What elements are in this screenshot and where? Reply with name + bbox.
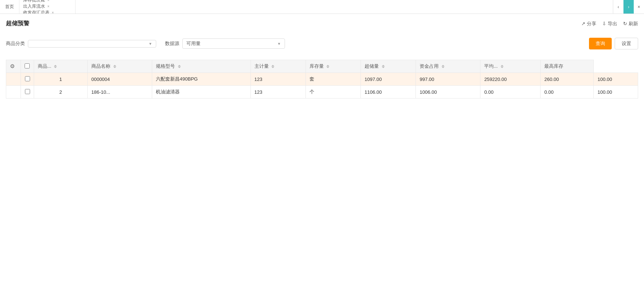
th-checkbox xyxy=(21,60,34,73)
share-icon: ↗ xyxy=(581,21,585,26)
nav-tab-t5[interactable]: 库存批次账× xyxy=(19,0,76,3)
sort-up-icon xyxy=(382,65,385,66)
row-checkbox[interactable] xyxy=(25,89,30,94)
category-select[interactable]: ▼ xyxy=(28,40,156,48)
td-num: 1 xyxy=(34,73,88,86)
th-unit: 主计量 xyxy=(250,60,305,73)
row-checkbox[interactable] xyxy=(25,76,30,81)
refresh-icon: ↻ xyxy=(623,21,627,26)
sort-up-icon xyxy=(178,65,181,66)
refresh-link[interactable]: ↻ 刷新 xyxy=(623,21,638,27)
data-table: ⚙ 商品... 商品名称 xyxy=(6,60,638,99)
td-spec: 123 xyxy=(250,73,305,86)
td-capital: 259220.00 xyxy=(480,73,541,86)
datasource-value: 可用量 xyxy=(186,40,201,47)
close-icon[interactable]: × xyxy=(52,11,54,14)
th-capital: 资金占用 xyxy=(416,60,480,73)
th-code-label: 商品... xyxy=(38,63,51,69)
th-overstock: 超储量 xyxy=(361,60,416,73)
page-actions: ↗ 分享 ⇩ 导出 ↻ 刷新 xyxy=(581,21,638,27)
nav-prev-btn[interactable]: ‹ xyxy=(613,0,623,14)
tabs-container: 拣货任务管理×拣货异常处理×现存量（库存状况表）×现存量（库存分布表）×库存批次… xyxy=(19,0,76,14)
sort-down-icon xyxy=(382,67,385,68)
page-title: 超储预警 xyxy=(6,20,29,27)
th-maxstock-label: 最高库存 xyxy=(544,63,563,69)
td-code: 186-10... xyxy=(87,86,152,99)
close-icon[interactable]: × xyxy=(47,4,50,8)
settings-button[interactable]: 设置 xyxy=(615,38,638,49)
sort-up-icon xyxy=(326,65,329,66)
th-stock-label: 库存量 xyxy=(310,63,324,69)
nav-tab-t6[interactable]: 出入库流水× xyxy=(19,3,76,10)
refresh-label: 刷新 xyxy=(629,21,638,27)
nav-tab-label: 出入库流水 xyxy=(23,3,45,10)
sort-icon-overstock xyxy=(382,65,385,68)
th-unit-label: 主计量 xyxy=(255,63,269,69)
filter-category: 商品分类 ▼ xyxy=(6,40,156,48)
close-icon[interactable]: × xyxy=(47,0,50,2)
export-icon: ⇩ xyxy=(602,21,606,26)
td-overstock: 1006.00 xyxy=(416,86,480,99)
td-checkbox xyxy=(21,86,34,99)
sort-icon-spec xyxy=(178,65,181,68)
th-code: 商品... xyxy=(34,60,88,73)
td-name: 六配套新昌490BPG xyxy=(152,73,251,86)
sort-icon-stock xyxy=(326,65,329,68)
td-code: 0000004 xyxy=(87,73,152,86)
sort-down-icon xyxy=(442,67,444,68)
td-unit: 套 xyxy=(305,73,361,86)
sort-icon-capital xyxy=(442,65,444,68)
th-avg-label: 平均... xyxy=(484,63,498,69)
sort-up-icon xyxy=(54,65,57,66)
sort-down-icon xyxy=(178,67,181,68)
th-maxstock: 最高库存 xyxy=(541,60,594,73)
chevron-down-icon: ▼ xyxy=(149,42,152,46)
th-spec: 规格型号 xyxy=(152,60,251,73)
td-name: 机油滤清器 xyxy=(152,86,251,99)
sort-down-icon xyxy=(326,67,329,68)
nav-tab-label: 收发存汇总表 xyxy=(23,10,50,14)
td-stock: 1097.00 xyxy=(361,73,416,86)
topbar: 首页 拣货任务管理×拣货异常处理×现存量（库存状况表）×现存量（库存分布表）×库… xyxy=(0,0,644,14)
sort-icon-code xyxy=(54,65,57,68)
td-capital: 0.00 xyxy=(480,86,541,99)
table-header-row: ⚙ 商品... 商品名称 xyxy=(6,60,638,73)
query-button[interactable]: 查询 xyxy=(589,38,612,49)
nav-more-btn[interactable]: × xyxy=(634,0,644,14)
td-maxstock: 100.00 xyxy=(594,73,638,86)
td-stock: 1106.00 xyxy=(361,86,416,99)
category-label: 商品分类 xyxy=(6,40,25,47)
datasource-select[interactable]: 可用量 ▼ xyxy=(182,38,285,49)
sort-icon-name xyxy=(113,65,116,68)
nav-next-btn[interactable]: › xyxy=(623,0,634,14)
th-name: 商品名称 xyxy=(87,60,152,73)
page-header: 超储预警 ↗ 分享 ⇩ 导出 ↻ 刷新 xyxy=(6,20,638,27)
th-capital-label: 资金占用 xyxy=(420,63,439,69)
select-all-checkbox[interactable] xyxy=(25,63,30,68)
td-settings xyxy=(6,86,21,99)
th-settings: ⚙ xyxy=(6,60,21,73)
td-unit: 个 xyxy=(305,86,361,99)
td-avg: 0.00 xyxy=(541,86,594,99)
nav-home[interactable]: 首页 xyxy=(0,0,19,14)
th-name-label: 商品名称 xyxy=(91,63,110,69)
table-row: 10000004六配套新昌490BPG123套1097.00997.002592… xyxy=(6,73,638,86)
filter-buttons: 查询 设置 xyxy=(589,38,638,49)
td-num: 2 xyxy=(34,86,88,99)
settings-gear-icon[interactable]: ⚙ xyxy=(10,63,15,69)
td-spec: 123 xyxy=(250,86,305,99)
td-maxstock: 100.00 xyxy=(594,86,638,99)
nav-tab-t7[interactable]: 收发存汇总表× xyxy=(19,10,76,14)
sort-down-icon xyxy=(271,67,274,68)
sort-up-icon xyxy=(271,65,274,66)
filter-datasource: 数据源 可用量 ▼ xyxy=(165,38,285,49)
sort-down-icon xyxy=(501,67,504,68)
th-avg: 平均... xyxy=(480,60,541,73)
export-link[interactable]: ⇩ 导出 xyxy=(602,21,617,27)
th-overstock-label: 超储量 xyxy=(365,63,379,69)
share-link[interactable]: ↗ 分享 xyxy=(581,21,596,27)
nav-arrows: ‹ › × xyxy=(613,0,644,14)
sort-up-icon xyxy=(113,65,116,66)
sort-down-icon xyxy=(113,67,116,68)
filter-area: 商品分类 ▼ 数据源 可用量 ▼ 查询 设置 xyxy=(6,33,638,54)
